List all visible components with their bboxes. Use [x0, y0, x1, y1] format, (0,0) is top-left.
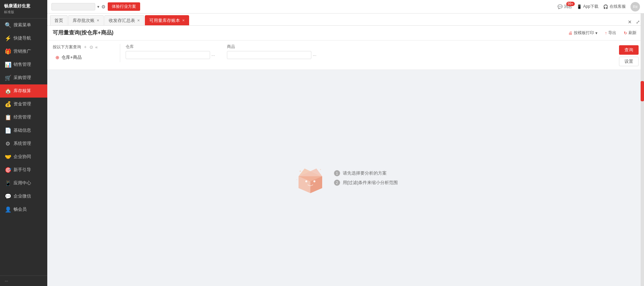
svg-point-8 [320, 169, 321, 170]
member-icon: 👤 [5, 206, 11, 213]
sidebar-item-wechat[interactable]: 💬 企业微信 [0, 190, 47, 203]
tab-receipt-summary[interactable]: 收发存汇总表 ✕ [104, 15, 144, 25]
warehouse-input[interactable] [126, 51, 210, 59]
sidebar-item-purchase[interactable]: 🛒 采购管理 [0, 71, 47, 84]
warehouse-more-btn[interactable]: ··· [211, 53, 215, 58]
tab-close-icon[interactable]: ✕ [182, 19, 185, 22]
tab-available-ledger[interactable]: 可用量库存账本 ✕ [145, 15, 189, 25]
export-icon: ↑ [605, 31, 607, 35]
collapse-scheme-btn[interactable]: « [95, 45, 98, 50]
print-btn[interactable]: 🖨 按模板打印 ▾ [566, 29, 599, 37]
tip-number-1: 1 [334, 170, 340, 176]
page-title: 可用量查询(按仓库+商品) [53, 29, 113, 36]
empty-tip-2: 2 用[过滤]条件来缩小分析范围 [334, 180, 398, 186]
dropdown-arrow-icon[interactable]: ▾ [97, 4, 99, 9]
tab-label: 收发存汇总表 [109, 18, 135, 24]
tab-home[interactable]: 首页 [50, 15, 68, 25]
handshake-icon: 🤝 [5, 154, 11, 160]
tip-text-1: 请先选择要分析的方案 [343, 170, 387, 176]
empty-tip-1: 1 请先选择要分析的方案 [334, 170, 398, 176]
sidebar-item-label: 资金管理 [14, 101, 31, 107]
sidebar-item-search[interactable]: 🔍 搜索菜单 [0, 19, 47, 32]
sidebar-item-newbie[interactable]: 🎯 新手引导 [0, 163, 47, 177]
query-button[interactable]: 查询 [619, 45, 639, 55]
sidebar-item-label: 库存核算 [14, 88, 31, 94]
goods-more-btn[interactable]: ··· [313, 53, 316, 58]
close-window-btn[interactable]: ✕ [626, 19, 633, 25]
cart-icon: 🛒 [5, 75, 11, 81]
home-icon: 🏠 [5, 88, 11, 94]
filter-scheme-header: 按以下方案查询 ＋ ⊙ « [53, 44, 116, 50]
lightning-icon: ⚡ [5, 35, 11, 42]
settings-icon[interactable]: ⚙ [101, 4, 106, 9]
sidebar-item-label: 企业微信 [14, 193, 31, 199]
goods-input[interactable] [227, 51, 311, 59]
phone-icon: 📱 [577, 4, 582, 9]
tab-close-icon[interactable]: ✕ [97, 19, 99, 22]
sidebar-item-marketing[interactable]: 🎁 营销推广 [0, 45, 47, 58]
trial-btn[interactable]: 体验行业方案 [108, 2, 140, 11]
tip-number-2: 2 [334, 180, 340, 186]
print-label: 按模板打印 [574, 30, 594, 36]
sidebar-item-sales[interactable]: 📊 销售管理 [0, 58, 47, 71]
message-icon: 💬 [558, 4, 563, 9]
sidebar-item-member[interactable]: 👤 畅会员 [0, 203, 47, 216]
sidebar-item-operation[interactable]: 📋 经营管理 [0, 111, 47, 124]
sidebar-item-label: 基础信息 [14, 127, 31, 133]
sidebar-item-finance[interactable]: 💰 资金管理 [0, 98, 47, 111]
filter-field-goods: 商品 ··· [227, 44, 321, 59]
scheme-item-warehouse-goods[interactable]: ⊕ 仓库+商品 [53, 53, 116, 62]
topbar-left: ▾ ⚙ 体验行业方案 [51, 2, 555, 11]
sidebar-item-label: 销售管理 [14, 61, 31, 68]
settings-button[interactable]: 设置 [619, 57, 639, 66]
mobile-icon: 📱 [5, 180, 11, 186]
app-download-btn[interactable]: 📱 App下载 [577, 4, 598, 9]
refresh-icon: ↻ [624, 31, 627, 35]
sidebar-footer[interactable]: ··· [0, 276, 47, 286]
maximize-btn[interactable]: ⤢ [635, 19, 641, 25]
app-download-label: App下载 [583, 4, 598, 9]
topbar-search-input[interactable] [51, 3, 95, 10]
sidebar: 畅康通好生意 标准版 🔍 搜索菜单 ⚡ 快捷导航 🎁 营销推广 📊 销售管理 🛒… [0, 0, 47, 286]
sidebar-item-quick-nav[interactable]: ⚡ 快捷导航 [0, 32, 47, 45]
refresh-btn[interactable]: ↻ 刷新 [622, 29, 639, 37]
scrollbar-handle[interactable] [641, 81, 644, 101]
chevron-down-icon[interactable]: ▾ [595, 31, 597, 35]
sidebar-item-label: 新手引导 [14, 167, 31, 173]
doc-icon: 📄 [5, 127, 11, 134]
add-scheme-btn[interactable]: ＋ [83, 44, 87, 50]
chart-icon: 📊 [5, 61, 11, 68]
scheme-settings-btn[interactable]: ⊙ [89, 45, 93, 50]
topbar: ▾ ⚙ 体验行业方案 💬 消息 99+ 📱 App下载 🎧 在线客服 Rit [47, 0, 644, 14]
sidebar-item-inventory[interactable]: 🏠 库存核算 [0, 84, 47, 98]
sidebar-item-label: 经营管理 [14, 114, 31, 120]
export-btn[interactable]: ↑ 导出 [603, 29, 618, 37]
user-avatar[interactable]: Rit [630, 2, 640, 11]
goods-label: 商品 [227, 44, 321, 50]
tab-batch-account[interactable]: 库存批次账 ✕ [68, 15, 104, 25]
refresh-label: 刷新 [628, 30, 637, 36]
user-name: Rit [633, 5, 637, 9]
sidebar-item-basic[interactable]: 📄 基础信息 [0, 124, 47, 137]
money-icon: 💰 [5, 101, 11, 107]
svg-point-7 [300, 171, 301, 172]
box-svg [293, 161, 327, 195]
filter-scheme-panel: 按以下方案查询 ＋ ⊙ « ⊕ 仓库+商品 [53, 44, 120, 62]
sidebar-item-apps[interactable]: 📱 应用中心 [0, 177, 47, 190]
filter-fields: 仓库 ··· 商品 ··· 查询 设置 [120, 44, 639, 66]
message-btn[interactable]: 💬 消息 99+ [558, 4, 572, 9]
empty-state: 1 请先选择要分析的方案 2 用[过滤]条件来缩小分析范围 [47, 70, 644, 286]
sidebar-item-system[interactable]: ⚙ 系统管理 [0, 137, 47, 150]
sidebar-item-label: 企业协同 [14, 154, 31, 160]
headset-icon: 🎧 [603, 4, 608, 9]
sidebar-item-cooperation[interactable]: 🤝 企业协同 [0, 150, 47, 163]
online-service-btn[interactable]: 🎧 在线客服 [603, 4, 626, 9]
tab-label: 库存批次账 [73, 18, 95, 24]
filter-actions: 查询 设置 [619, 44, 639, 66]
right-scrollbar[interactable] [641, 14, 644, 286]
clipboard-icon: 📋 [5, 114, 11, 121]
tab-close-icon[interactable]: ✕ [137, 19, 140, 22]
page-header-actions: 🖨 按模板打印 ▾ ↑ 导出 ↻ 刷新 [566, 29, 639, 37]
sidebar-scroll: 🔍 搜索菜单 ⚡ 快捷导航 🎁 营销推广 📊 销售管理 🛒 采购管理 🏠 库存核… [0, 19, 47, 276]
svg-point-6 [313, 180, 315, 182]
